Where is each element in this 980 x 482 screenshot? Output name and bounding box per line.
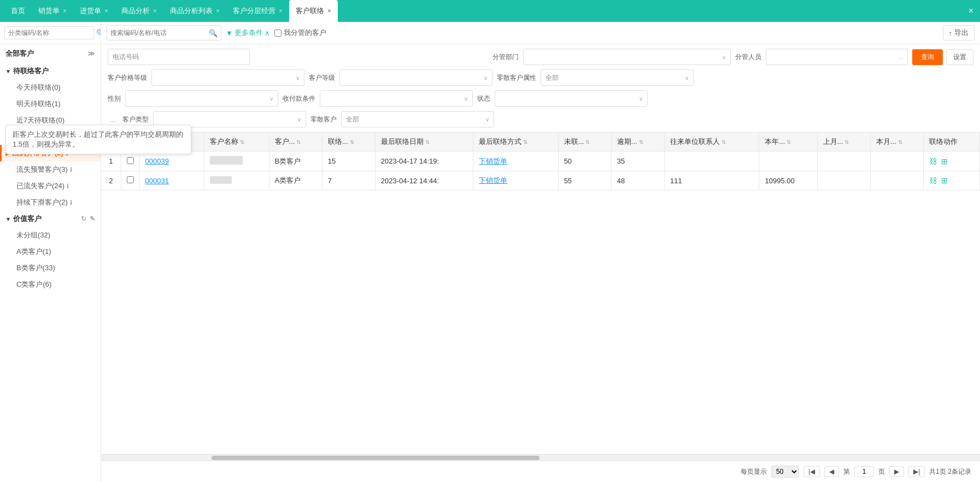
th-unreached[interactable]: 未联... ⇅ bbox=[558, 132, 611, 152]
price-level-select[interactable]: ∨ bbox=[151, 69, 304, 86]
export-button[interactable]: ↑ 导出 bbox=[943, 25, 975, 40]
row1-action: ⛓ ⊞ bbox=[923, 152, 979, 171]
sidebar-item-ungrouped[interactable]: 未分组(32) bbox=[4, 227, 101, 243]
th-customer-type[interactable]: 客户... ⇅ bbox=[269, 132, 322, 152]
sidebar-all-customers[interactable]: 全部客户 ≫ bbox=[0, 44, 101, 63]
th-action: 联络动作 bbox=[923, 132, 979, 152]
payment-select[interactable]: ∨ bbox=[320, 90, 473, 107]
close-customer-contact-icon[interactable]: × bbox=[327, 7, 331, 15]
main-search-icon[interactable]: 🔍 bbox=[209, 29, 218, 37]
row2-select-checkbox[interactable] bbox=[127, 176, 134, 183]
sort-year-icon: ⇅ bbox=[787, 139, 791, 145]
row1-select-checkbox[interactable] bbox=[127, 157, 134, 164]
row1-lmonth bbox=[817, 152, 870, 171]
sidebar-item-a-class[interactable]: A类客户(1) bbox=[4, 243, 101, 260]
sidebar-search-icon[interactable]: 🔍 bbox=[96, 29, 101, 37]
close-product-analysis-list-icon[interactable]: × bbox=[216, 7, 220, 15]
th-last-contact-method[interactable]: 最后联络方式 ⇅ bbox=[473, 132, 558, 152]
phone-input[interactable] bbox=[145, 53, 245, 61]
sidebar-item-b-class[interactable]: B类客户(33) bbox=[4, 260, 101, 276]
sort-date-icon: ⇅ bbox=[425, 139, 430, 145]
sidebar-item-today[interactable]: 今天待联络(0) bbox=[4, 79, 101, 96]
row2-code[interactable]: 000031 bbox=[139, 171, 204, 190]
tab-customer-segmentation[interactable]: 客户分层经营 × bbox=[226, 0, 289, 22]
customer-level-select[interactable]: ∨ bbox=[339, 69, 492, 86]
close-all-tabs-button[interactable]: × bbox=[969, 6, 973, 16]
sort-overdue-icon: ⇅ bbox=[639, 139, 643, 145]
gender-select[interactable]: ∨ bbox=[125, 90, 278, 107]
th-unit-contact[interactable]: 往来单位联系人 ⇅ bbox=[664, 132, 759, 152]
th-overdue[interactable]: 逾期... ⇅ bbox=[611, 132, 664, 152]
scrollbar-thumb[interactable] bbox=[212, 456, 539, 460]
horizontal-scrollbar[interactable] bbox=[101, 454, 980, 461]
sidebar-item-at-risk[interactable]: 流失预警客户(3) ℹ bbox=[4, 161, 101, 178]
sidebar-item-churned[interactable]: 已流失客户(24) ℹ bbox=[4, 178, 101, 194]
retail-select[interactable]: 全部 ∨ bbox=[341, 111, 494, 127]
tab-purchase-order[interactable]: 进货单 × bbox=[73, 0, 115, 22]
tab-product-analysis-list[interactable]: 商品分析列表 × bbox=[163, 0, 226, 22]
sidebar-search-input[interactable] bbox=[4, 26, 94, 39]
retail-attr-select[interactable]: 全部 ∨ bbox=[541, 69, 694, 86]
sidebar-item-declining[interactable]: 持续下滑客户(2) ℹ bbox=[4, 194, 101, 211]
next-page-button[interactable]: ▶ bbox=[889, 466, 904, 477]
department-select[interactable]: ∨ bbox=[523, 49, 731, 65]
prev-page-button[interactable]: ◀ bbox=[824, 466, 839, 477]
chevron-icon: ∧ bbox=[265, 29, 270, 37]
row1-link-icon[interactable]: ⛓ bbox=[929, 157, 937, 166]
sidebar-collapse-icon[interactable]: ≫ bbox=[88, 50, 95, 57]
row2-method[interactable]: 下销货单 bbox=[473, 171, 558, 190]
sort-tmonth-icon: ⇅ bbox=[898, 139, 902, 145]
first-page-button[interactable]: |◀ bbox=[803, 466, 820, 477]
filter-row-1: 电话号码 分管部门 ∨ 分管人员 ... 查询 bbox=[108, 49, 973, 65]
close-customer-segmentation-icon[interactable]: × bbox=[279, 7, 283, 15]
my-customer-checkbox[interactable] bbox=[274, 30, 281, 37]
setting-button[interactable]: 设置 bbox=[946, 49, 973, 65]
row2-link-icon[interactable]: ⛓ bbox=[929, 176, 937, 185]
th-last-contact-date[interactable]: 最后联络日期 ⇅ bbox=[375, 132, 473, 152]
page-of-label: 页 bbox=[878, 467, 885, 477]
manager-select[interactable]: ... bbox=[766, 49, 908, 65]
sidebar-item-tomorrow[interactable]: 明天待联络(1) bbox=[4, 96, 101, 112]
sidebar-section-value[interactable]: ▼ 价值客户 ↻ ✎ bbox=[0, 211, 101, 227]
tooltip-box: 距客户上次交易时长，超过了此客户的平均交易周期的1.5倍，则视为异常。 bbox=[5, 125, 191, 154]
tab-product-analysis[interactable]: 商品分析 × bbox=[115, 0, 163, 22]
row1-grid-icon[interactable]: ⊞ bbox=[941, 157, 948, 166]
status-select[interactable]: ∨ bbox=[495, 90, 648, 107]
sort-type-icon: ⇅ bbox=[296, 139, 301, 145]
dept-arrow-icon: ∨ bbox=[722, 54, 726, 60]
tab-customer-contact[interactable]: 客户联络 × bbox=[289, 0, 338, 22]
my-customer-toggle[interactable]: 我分管的客户 bbox=[274, 28, 326, 38]
close-product-analysis-icon[interactable]: × bbox=[153, 7, 157, 15]
sidebar: 🔍 全部客户 ≫ ▼ 待联络客户 今天待联络(0) 明天待联络(1) 近7天待联… bbox=[0, 22, 101, 482]
close-sales-order-icon[interactable]: × bbox=[63, 7, 67, 15]
refresh-icon[interactable]: ↻ bbox=[81, 215, 86, 223]
close-purchase-order-icon[interactable]: × bbox=[104, 7, 108, 15]
last-page-button[interactable]: ▶| bbox=[908, 466, 925, 477]
phone-field[interactable]: 电话号码 bbox=[108, 49, 250, 65]
more-dots[interactable]: ... bbox=[108, 115, 118, 124]
th-this-year[interactable]: 本年... ⇅ bbox=[759, 132, 817, 152]
sort-unit-icon: ⇅ bbox=[721, 139, 726, 145]
main-search-input[interactable] bbox=[110, 29, 209, 37]
filter-actions: 查询 设置 bbox=[912, 49, 973, 65]
th-last-month[interactable]: 上月... ⇅ bbox=[817, 132, 870, 152]
per-page-select[interactable]: 50 100 200 bbox=[771, 466, 799, 478]
row1-name[interactable] bbox=[204, 152, 269, 171]
edit-icon[interactable]: ✎ bbox=[90, 215, 95, 223]
filter-bar: 🔍 ▼ 更多条件 ∧ 我分管的客户 ↑ 导出 bbox=[101, 22, 980, 44]
sidebar-item-c-class[interactable]: C类客户(6) bbox=[4, 276, 101, 293]
query-button[interactable]: 查询 bbox=[912, 49, 943, 65]
tab-home[interactable]: 首页 bbox=[4, 0, 32, 22]
row1-type: B类客户 bbox=[269, 152, 322, 171]
more-conditions-button[interactable]: ▼ 更多条件 ∧ bbox=[226, 28, 270, 38]
th-this-month[interactable]: 本月... ⇅ bbox=[870, 132, 923, 152]
th-contact[interactable]: 联络... ⇅ bbox=[322, 132, 375, 152]
row1-method[interactable]: 下销货单 bbox=[473, 152, 558, 171]
tab-sales-order[interactable]: 销货单 × bbox=[32, 0, 73, 22]
row2-name[interactable] bbox=[204, 171, 269, 190]
page-number-input[interactable] bbox=[854, 466, 874, 477]
main-layout: 🔍 全部客户 ≫ ▼ 待联络客户 今天待联络(0) 明天待联络(1) 近7天待联… bbox=[0, 22, 980, 482]
th-name[interactable]: 客户名称 ⇅ bbox=[204, 132, 269, 152]
row2-grid-icon[interactable]: ⊞ bbox=[941, 176, 948, 185]
sidebar-section-pending[interactable]: ▼ 待联络客户 bbox=[0, 63, 101, 79]
